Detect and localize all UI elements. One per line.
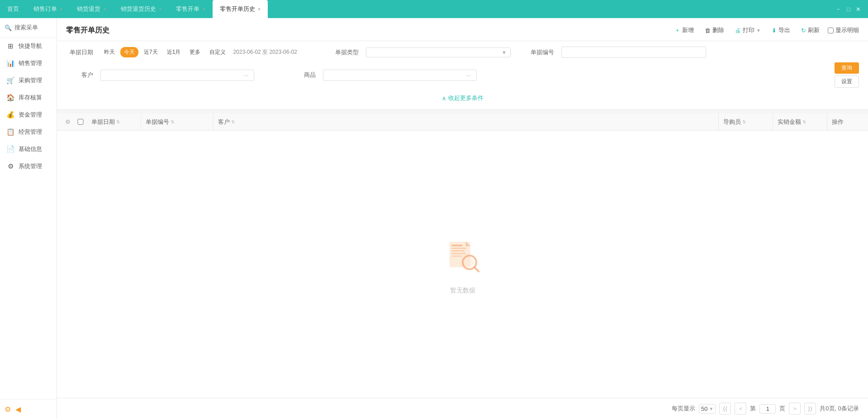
query-button-2[interactable]: 查询 — [835, 62, 859, 74]
tab-sales-return-history-close[interactable]: × — [159, 6, 161, 12]
collapse-button[interactable]: ∧ 收起更多条件 — [442, 94, 484, 102]
date-today[interactable]: 今天 — [120, 47, 138, 57]
filter-area: 单据日期 昨天 今天 近7天 近1月 更多 自定义 2023-06-02 至 2… — [57, 41, 868, 110]
svg-rect-2 — [451, 248, 466, 249]
print-button[interactable]: 🖨 打印 ▼ — [732, 24, 764, 36]
tab-retail-open[interactable]: 零售开单 × — [169, 0, 212, 18]
th-customer-sort: ⇅ — [231, 119, 235, 124]
show-detail-input[interactable] — [828, 28, 834, 33]
sidebar-item-inventory[interactable]: 🏠 库存核算 — [0, 89, 57, 106]
add-icon: ＋ — [674, 26, 680, 34]
table-header: ⚙ 单据日期 ⇅ 单据编号 ⇅ 客户 ⇅ 导购员 ⇅ — [57, 113, 868, 131]
sidebar-item-quick-nav-label: 快捷导航 — [19, 42, 42, 50]
th-no-sort: ⇅ — [171, 119, 174, 124]
window-square[interactable]: □ — [847, 6, 850, 13]
sidebar-item-quick-nav[interactable]: ⊞ 快捷导航 — [0, 38, 57, 55]
window-minus[interactable]: － — [835, 5, 841, 13]
date-7days[interactable]: 近7天 — [140, 47, 161, 57]
show-detail-checkbox[interactable]: 显示明细 — [828, 26, 859, 34]
sidebar-search[interactable]: 🔍 搜索采单 — [0, 18, 57, 38]
page-prev-btn[interactable]: ＜ — [735, 403, 746, 414]
page-num-input[interactable] — [759, 404, 776, 414]
th-amount[interactable]: 实销金额 ⇅ — [773, 113, 827, 130]
sales-mgmt-icon: 📊 — [6, 59, 15, 67]
page-first-btn[interactable]: ⟨⟨ — [719, 403, 731, 414]
ops-icon: 📋 — [6, 128, 15, 136]
date-1month[interactable]: 近1月 — [163, 47, 185, 57]
goods-ellipsis[interactable]: ··· — [464, 72, 473, 79]
page-last-btn[interactable]: ⟩⟩ — [804, 403, 816, 414]
refresh-label: 刷新 — [808, 26, 820, 34]
th-customer[interactable]: 客户 ⇅ — [213, 113, 719, 130]
sidebar-item-system[interactable]: ⚙ 系统管理 — [0, 158, 57, 175]
page-word-before: 第 — [750, 405, 756, 413]
th-no[interactable]: 单据编号 ⇅ — [141, 113, 213, 130]
refresh-button[interactable]: ↻ 刷新 — [798, 24, 822, 36]
pagination-info: 共0页, 0条记录 — [820, 405, 859, 413]
delete-button[interactable]: 🗑 删除 — [702, 24, 727, 36]
date-shortcuts: 昨天 今天 近7天 近1月 更多 自定义 2023-06-02 至 2023-0… — [100, 47, 297, 57]
sidebar-item-sales-mgmt-label: 销售管理 — [19, 59, 42, 67]
per-page-label: 每页显示 — [672, 405, 695, 413]
tab-retail-history-close[interactable]: × — [258, 6, 261, 12]
th-op: 操作 — [827, 113, 863, 130]
settings-button[interactable]: 设置 — [835, 75, 859, 88]
pagination: 每页显示 50 ▼ ⟨⟨ ＜ 第 页 ＞ ⟩⟩ 共0页, 0条记录 — [57, 398, 868, 419]
refresh-icon: ↻ — [801, 27, 806, 34]
date-more[interactable]: 更多 — [186, 47, 204, 57]
table-settings-icon[interactable]: ⚙ — [62, 118, 74, 125]
export-icon: ⬇ — [772, 27, 777, 34]
sidebar-settings-icon[interactable]: ⚙ — [5, 405, 11, 414]
delete-icon: 🗑 — [705, 27, 711, 34]
tab-retail-history[interactable]: 零售开单历史 × — [213, 0, 268, 18]
add-button[interactable]: ＋ 新增 — [672, 24, 697, 36]
th-date[interactable]: 单据日期 ⇅ — [87, 113, 141, 130]
sidebar-collapse-icon[interactable]: ◀ — [15, 405, 21, 414]
sidebar-item-basic-info-label: 基础信息 — [19, 145, 42, 153]
goods-label: 商品 — [289, 71, 316, 79]
date-custom[interactable]: 自定义 — [206, 47, 229, 57]
sidebar-search-label: 搜索采单 — [14, 24, 38, 32]
tab-home[interactable]: 首页 — [0, 0, 26, 18]
customer-select[interactable]: ··· — [100, 70, 254, 81]
tab-sales-order[interactable]: 销售订单 × — [26, 0, 70, 18]
select-all-checkbox[interactable] — [74, 119, 87, 125]
page-header: 零售开单历史 ＋ 新增 🗑 删除 🖨 打印 ▼ ⬇ 导出 — [57, 18, 868, 41]
page-next-btn[interactable]: ＞ — [789, 403, 801, 414]
tab-retail-open-close[interactable]: × — [202, 6, 205, 12]
toolbar: ＋ 新增 🗑 删除 🖨 打印 ▼ ⬇ 导出 ↻ 刷新 — [672, 24, 859, 36]
sidebar-item-purchase-mgmt-label: 采购管理 — [19, 76, 42, 85]
export-button[interactable]: ⬇ 导出 — [769, 24, 793, 36]
tab-bar: 首页 销售订单 × 销货退货 × 销货退货历史 × 零售开单 × 零售开单历史 … — [0, 0, 868, 18]
goods-select[interactable]: ··· — [323, 70, 477, 81]
purchase-mgmt-icon: 🛒 — [6, 76, 15, 85]
tab-sales-return-close[interactable]: × — [103, 6, 106, 12]
tab-sales-return[interactable]: 销货退货 × — [70, 0, 113, 18]
sidebar-item-purchase-mgmt[interactable]: 🛒 采购管理 — [0, 72, 57, 89]
collapse-arrow: ∧ — [442, 95, 446, 102]
no-input[interactable] — [561, 47, 706, 58]
window-close[interactable]: ✕ — [856, 6, 861, 13]
page-size-select[interactable]: 50 ▼ — [699, 404, 716, 414]
print-arrow: ▼ — [756, 28, 761, 33]
customer-ellipsis[interactable]: ··· — [242, 72, 250, 79]
type-select[interactable]: ▼ — [366, 47, 511, 57]
finance-icon: 💰 — [6, 111, 15, 119]
sidebar-item-inventory-label: 库存核算 — [19, 94, 42, 102]
table-area: ⚙ 单据日期 ⇅ 单据编号 ⇅ 客户 ⇅ 导购员 ⇅ — [57, 113, 868, 419]
search-icon: 🔍 — [5, 24, 12, 31]
sidebar-item-finance[interactable]: 💰 资金管理 — [0, 106, 57, 123]
sidebar-item-sales-mgmt[interactable]: 📊 销售管理 — [0, 55, 57, 72]
sidebar-item-ops[interactable]: 📋 经营管理 — [0, 123, 57, 141]
date-yesterday[interactable]: 昨天 — [100, 47, 119, 57]
inventory-icon: 🏠 — [6, 94, 15, 102]
customer-label: 客户 — [66, 71, 93, 79]
svg-rect-1 — [451, 245, 463, 246]
sidebar-bottom: ⚙ ◀ — [0, 399, 57, 419]
th-guide[interactable]: 导购员 ⇅ — [719, 113, 773, 130]
system-icon: ⚙ — [6, 162, 15, 170]
tab-sales-order-close[interactable]: × — [60, 6, 62, 12]
page-size-arrow: ▼ — [709, 406, 713, 411]
sidebar-item-basic-info[interactable]: 📄 基础信息 — [0, 141, 57, 158]
tab-sales-return-history[interactable]: 销货退货历史 × — [114, 0, 169, 18]
